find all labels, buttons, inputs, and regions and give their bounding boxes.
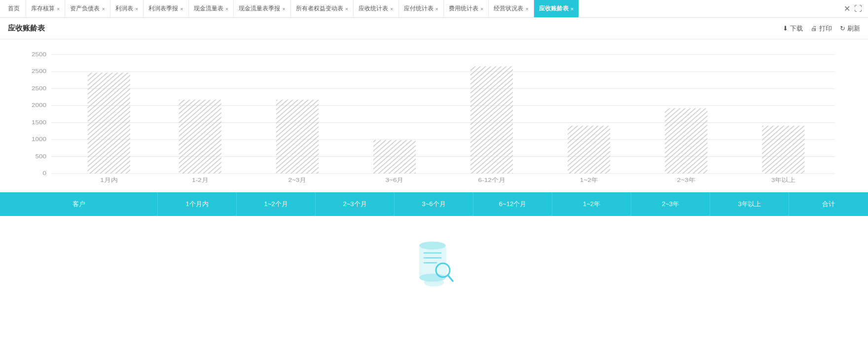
- download-button[interactable]: ⬇ 下载: [783, 24, 803, 33]
- tab-label: 现金流量表: [194, 4, 223, 13]
- header-actions: ⬇ 下载 🖨 打印 ↻ 刷新: [783, 24, 860, 33]
- svg-text:3年以上: 3年以上: [771, 177, 796, 183]
- col-6-12months: 6~12个月: [473, 192, 552, 216]
- bar-2-3月: [276, 100, 319, 174]
- bar-1-2年: [568, 126, 610, 174]
- svg-text:0: 0: [43, 170, 47, 177]
- svg-text:1~2年: 1~2年: [580, 177, 598, 183]
- tab-close-icon[interactable]: ×: [57, 6, 60, 12]
- tab-inventory[interactable]: 库存核算 ×: [26, 0, 65, 18]
- bar-2-3年: [665, 108, 707, 174]
- tab-close-icon[interactable]: ×: [525, 6, 528, 12]
- col-1month: 1个月内: [158, 192, 237, 216]
- tab-close-icon[interactable]: ×: [282, 6, 285, 12]
- col-3-6months: 3~6个月: [395, 192, 473, 216]
- empty-icon: [409, 236, 459, 290]
- maximize-window-button[interactable]: ⛶: [854, 4, 862, 13]
- window-controls: ✕ ⛶: [844, 4, 866, 13]
- tab-home-label: 首页: [8, 4, 20, 13]
- tab-receivable-stats[interactable]: 应收统计表 ×: [354, 0, 398, 18]
- tab-cashflow[interactable]: 现金流量表 ×: [189, 0, 234, 18]
- col-3years-plus: 3年以上: [710, 192, 789, 216]
- col-2-3years: 2~3年: [631, 192, 710, 216]
- svg-text:1500: 1500: [32, 119, 46, 126]
- chart-area: 2500 2500 2500 2000 1500 1000 500 0: [0, 39, 868, 192]
- tab-close-icon[interactable]: ×: [345, 6, 348, 12]
- tab-close-icon[interactable]: ×: [435, 6, 438, 12]
- bar-6-12月: [470, 66, 513, 174]
- tab-equity[interactable]: 所有者权益变动表 ×: [291, 0, 354, 18]
- download-icon: ⬇: [783, 25, 788, 32]
- bar-1月内: [88, 72, 130, 174]
- svg-text:2500: 2500: [32, 85, 46, 92]
- col-2-3months: 2~3个月: [316, 192, 395, 216]
- tab-payable-stats[interactable]: 应付统计表 ×: [399, 0, 444, 18]
- print-button[interactable]: 🖨 打印: [811, 24, 832, 33]
- svg-line-35: [448, 275, 453, 281]
- svg-text:2000: 2000: [32, 102, 46, 108]
- download-label: 下载: [790, 24, 803, 33]
- tab-label: 库存核算: [31, 4, 55, 13]
- empty-illustration: [409, 236, 459, 291]
- tab-close-icon[interactable]: ×: [180, 6, 183, 12]
- tab-close-icon[interactable]: ×: [480, 6, 483, 12]
- svg-text:2~3年: 2~3年: [677, 177, 695, 183]
- tab-label: 应收统计表: [359, 4, 388, 13]
- tab-label: 资产负债表: [70, 4, 100, 13]
- svg-text:2500: 2500: [32, 68, 46, 74]
- svg-text:1-2月: 1-2月: [192, 177, 208, 183]
- tab-label: 现金流量表季报: [239, 4, 280, 13]
- col-1-2years: 1~2年: [552, 192, 631, 216]
- svg-text:2500: 2500: [32, 51, 46, 58]
- main-content: 2500 2500 2500 2000 1500 1000 500 0: [0, 39, 868, 355]
- svg-text:1月内: 1月内: [100, 177, 117, 183]
- tab-close-active-icon[interactable]: ×: [571, 6, 574, 12]
- col-customer: 客户: [0, 192, 158, 216]
- svg-point-34: [438, 266, 447, 275]
- tab-bar: 首页 库存核算 × 资产负债表 × 利润表 × 利润表季报 × 现金流量表 × …: [0, 0, 868, 18]
- close-window-button[interactable]: ✕: [844, 4, 850, 13]
- page-header: 应收账龄表 ⬇ 下载 🖨 打印 ↻ 刷新: [0, 18, 868, 39]
- bar-3年以上: [762, 126, 804, 174]
- svg-text:6-12个月: 6-12个月: [478, 177, 506, 183]
- tab-profit[interactable]: 利润表 ×: [110, 0, 144, 18]
- tab-close-icon[interactable]: ×: [390, 6, 393, 12]
- tab-label: 费用统计表: [449, 4, 478, 13]
- refresh-button[interactable]: ↻ 刷新: [840, 24, 860, 33]
- chart-container: 2500 2500 2500 2000 1500 1000 500 0: [15, 49, 853, 187]
- bar-chart: 2500 2500 2500 2000 1500 1000 500 0: [15, 49, 853, 187]
- svg-text:1000: 1000: [32, 136, 46, 142]
- tab-label: 应付统计表: [404, 4, 434, 13]
- print-label: 打印: [819, 24, 832, 33]
- refresh-icon: ↻: [840, 25, 845, 32]
- tab-close-icon[interactable]: ×: [102, 6, 105, 12]
- tab-cashflow-quarterly[interactable]: 现金流量表季报 ×: [234, 0, 290, 18]
- svg-text:500: 500: [35, 153, 46, 160]
- tab-label: 利润表: [115, 4, 133, 13]
- tab-home[interactable]: 首页: [2, 0, 26, 18]
- tab-close-icon[interactable]: ×: [225, 6, 228, 12]
- tab-close-icon[interactable]: ×: [135, 6, 138, 12]
- svg-text:2~3月: 2~3月: [288, 177, 306, 183]
- bar-3-6月: [373, 140, 416, 174]
- tab-label: 应收账龄表: [539, 4, 569, 13]
- svg-point-28: [419, 242, 446, 249]
- svg-text:3~6月: 3~6月: [386, 177, 404, 183]
- tab-balance[interactable]: 资产负债表 ×: [65, 0, 110, 18]
- col-total: 合计: [789, 192, 868, 216]
- tab-operations[interactable]: 经营状况表 ×: [489, 0, 534, 18]
- page-title: 应收账龄表: [8, 24, 45, 33]
- tab-expense-stats[interactable]: 费用统计表 ×: [444, 0, 489, 18]
- tab-ar-aging[interactable]: 应收账龄表 ×: [534, 0, 579, 18]
- print-icon: 🖨: [811, 25, 817, 32]
- empty-state: [0, 216, 868, 355]
- bar-1-2月: [179, 100, 221, 174]
- tab-label: 利润表季报: [148, 4, 178, 13]
- refresh-label: 刷新: [847, 24, 860, 33]
- tab-label: 所有者权益变动表: [296, 4, 343, 13]
- col-1-2months: 1~2个月: [237, 192, 316, 216]
- tab-label: 经营状况表: [494, 4, 523, 13]
- tab-profit-quarterly[interactable]: 利润表季报 ×: [144, 0, 188, 18]
- table-header: 客户 1个月内 1~2个月 2~3个月 3~6个月 6~12个月 1~2年 2~…: [0, 192, 868, 216]
